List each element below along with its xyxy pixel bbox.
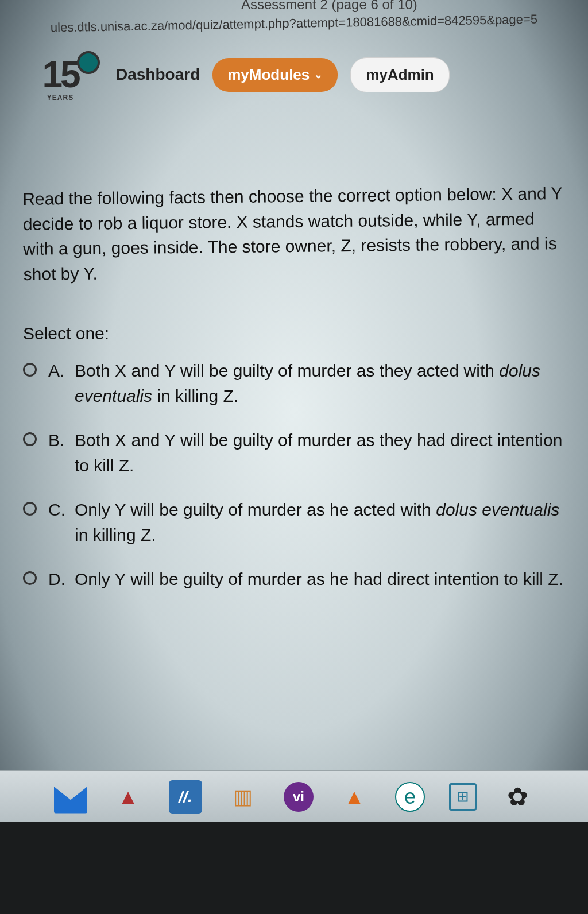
option-a-text: Both X and Y will be guilty of murder as…: [75, 358, 565, 408]
option-b-letter: B.: [48, 428, 75, 453]
option-d-radio[interactable]: [23, 571, 37, 585]
nav-mymodules-label: myModules: [227, 66, 310, 84]
browser-tab-title: Assessment 2 (page 6 of 10): [241, 0, 417, 13]
calculator-icon[interactable]: ⊞: [449, 783, 477, 811]
file-explorer-icon[interactable]: ▥: [226, 780, 260, 814]
videoapp-icon[interactable]: vi: [284, 782, 314, 812]
quiz-question-block: Read the following facts then choose the…: [23, 184, 565, 611]
logo-subtext: YEARS: [47, 94, 74, 102]
site-header: 15 YEARS Dashboard myModules ⌄ myAdmin: [0, 40, 588, 109]
option-d[interactable]: D. Only Y will be guilty of murder as he…: [23, 567, 565, 592]
nav-myadmin[interactable]: myAdmin: [350, 57, 449, 92]
logo-badge-icon: [77, 51, 100, 74]
select-one-label: Select one:: [23, 324, 565, 343]
vlc-icon[interactable]: ▲: [338, 780, 371, 814]
option-b-radio[interactable]: [23, 432, 37, 446]
flame-icon[interactable]: ▲: [111, 780, 145, 814]
windows-taskbar: ▲ //. ▥ vi ▲ e ⊞ ✿: [0, 770, 588, 822]
option-c-radio[interactable]: [23, 502, 37, 516]
chevron-down-icon: ⌄: [314, 68, 323, 81]
nav-dashboard[interactable]: Dashboard: [116, 65, 200, 84]
logo-number: 15: [42, 53, 78, 96]
option-b-text: Both X and Y will be guilty of murder as…: [75, 428, 565, 478]
option-d-letter: D.: [48, 567, 75, 592]
option-a[interactable]: A. Both X and Y will be guilty of murder…: [23, 358, 565, 408]
option-b[interactable]: B. Both X and Y will be guilty of murder…: [23, 428, 565, 478]
edge-browser-icon[interactable]: e: [395, 782, 425, 812]
option-a-radio[interactable]: [23, 363, 37, 377]
option-c-text: Only Y will be guilty of murder as he ac…: [75, 497, 565, 547]
site-logo[interactable]: 15 YEARS: [17, 49, 103, 100]
option-c[interactable]: C. Only Y will be guilty of murder as he…: [23, 497, 565, 547]
option-c-letter: C.: [48, 497, 75, 522]
question-stem: Read the following facts then choose the…: [22, 181, 566, 286]
laptop-bezel: [0, 822, 588, 914]
option-d-text: Only Y will be guilty of murder as he ha…: [75, 567, 565, 592]
option-a-letter: A.: [48, 358, 75, 384]
app-diag-icon[interactable]: //.: [169, 780, 202, 814]
settings-gear-icon[interactable]: ✿: [501, 780, 534, 814]
mail-icon[interactable]: [54, 780, 87, 814]
browser-url: ules.dtls.unisa.ac.za/mod/quiz/attempt.p…: [0, 11, 588, 36]
nav-myadmin-label: myAdmin: [366, 66, 434, 84]
nav-mymodules-dropdown[interactable]: myModules ⌄: [212, 58, 338, 92]
